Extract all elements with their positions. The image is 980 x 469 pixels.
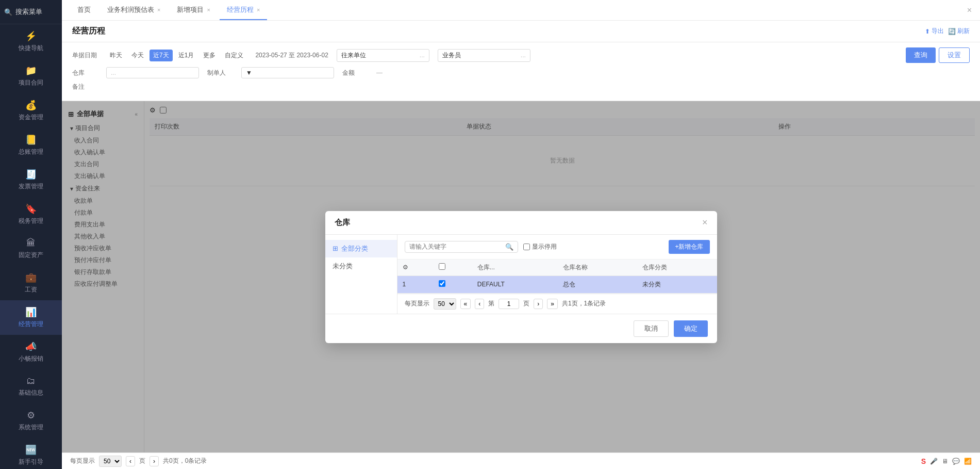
sidebar-item-biz-mgmt[interactable]: 📊 经营管理 bbox=[0, 300, 62, 335]
status-next-btn[interactable]: › bbox=[150, 456, 159, 466]
warehouse-modal: 仓库 × ⊞ 全部分类 未分类 bbox=[325, 211, 717, 343]
modal-col-category: 仓库分类 bbox=[637, 260, 717, 276]
refresh-button[interactable]: 🔄 刷新 bbox=[948, 27, 970, 36]
sidebar-item-xiaochu[interactable]: 📣 小畅报销 bbox=[0, 335, 62, 369]
sidebar-item-tax-mgmt[interactable]: 🔖 税务管理 bbox=[0, 197, 62, 232]
sidebar-item-invoice-mgmt[interactable]: 🧾 发票管理 bbox=[0, 163, 62, 197]
tab-new-project-close[interactable]: × bbox=[207, 7, 210, 13]
modal-cancel-button[interactable]: 取消 bbox=[634, 320, 669, 337]
tab-new-project[interactable]: 新增项目 × bbox=[170, 0, 217, 20]
row-code: DEFAULT bbox=[472, 276, 558, 293]
tab-profit-estimate-close[interactable]: × bbox=[157, 7, 160, 13]
tab-home[interactable]: 首页 bbox=[70, 0, 98, 20]
page-title: 经营历程 bbox=[72, 26, 105, 37]
add-warehouse-button[interactable]: +新增仓库 bbox=[669, 240, 709, 254]
table-row[interactable]: 1 DEFAULT 总仓 未分类 bbox=[397, 276, 717, 293]
sidebar-item-new-guide[interactable]: 🆕 新手引导 bbox=[0, 438, 62, 469]
modal-confirm-button[interactable]: 确定 bbox=[674, 320, 708, 337]
filter-row-1: 单据日期 昨天 今天 近7天 近1月 更多 自定义 2023-05-27 至 2… bbox=[72, 47, 970, 63]
sidebar-item-label: 资金管理 bbox=[19, 113, 43, 122]
partner-label: 往来单位 bbox=[341, 51, 366, 60]
sidebar-item-label: 固定资产 bbox=[19, 251, 43, 260]
tab-biz-history-close[interactable]: × bbox=[257, 7, 260, 13]
status-chat-icon[interactable]: 💬 bbox=[952, 458, 960, 465]
date-btn-more[interactable]: 更多 bbox=[200, 50, 219, 61]
row-category: 未分类 bbox=[637, 276, 717, 293]
date-btn-custom[interactable]: 自定义 bbox=[221, 50, 247, 61]
status-per-page-select[interactable]: 50 bbox=[99, 456, 122, 467]
modal-sidebar-uncategorized[interactable]: 未分类 bbox=[325, 257, 397, 275]
warehouse-filter[interactable]: ... bbox=[106, 67, 199, 78]
sidebar-item-fund-mgmt[interactable]: 💰 资金管理 bbox=[0, 93, 62, 128]
sidebar-item-ledger-mgmt[interactable]: 📒 总账管理 bbox=[0, 128, 62, 163]
sidebar-item-label: 项目合同 bbox=[19, 78, 43, 87]
modal-per-page-label: 每页显示 bbox=[405, 299, 429, 308]
sidebar-item-salary[interactable]: 💼 工资 bbox=[0, 266, 62, 300]
modal-page-input[interactable] bbox=[499, 299, 519, 309]
modal-footer: 取消 确定 bbox=[325, 314, 717, 343]
modal-search-input[interactable] bbox=[409, 243, 503, 250]
tab-profit-estimate[interactable]: 业务利润预估表 × bbox=[100, 0, 168, 20]
modal-body: ⊞ 全部分类 未分类 bbox=[325, 235, 717, 314]
status-monitor-icon[interactable]: 🖥 bbox=[942, 458, 948, 465]
modal-toolbar: 🔍 显示停用 +新增仓库 bbox=[397, 235, 717, 260]
export-icon: ⬆ bbox=[925, 28, 930, 35]
status-wifi-icon[interactable]: 📶 bbox=[964, 458, 972, 465]
status-per-page-label: 每页显示 bbox=[70, 457, 95, 465]
salesman-label: 业务员 bbox=[442, 51, 461, 60]
refresh-icon: 🔄 bbox=[948, 28, 956, 35]
base-info-icon: 🗂 bbox=[26, 376, 36, 386]
filter-row-3: 备注 bbox=[72, 83, 970, 91]
partner-filter[interactable]: 往来单位 ... bbox=[337, 49, 429, 62]
modal-first-page-btn[interactable]: « bbox=[460, 299, 471, 309]
sys-mgmt-icon: ⚙ bbox=[27, 410, 35, 421]
modal-close-button[interactable]: × bbox=[702, 217, 708, 228]
date-btn-today[interactable]: 今天 bbox=[128, 50, 147, 61]
modal-pagination: 每页显示 50 « ‹ 第 页 › » bbox=[397, 294, 717, 314]
sidebar-item-label: 发票管理 bbox=[19, 182, 43, 191]
sidebar-item-fixed-asset[interactable]: 🏛 固定资产 bbox=[0, 232, 62, 266]
salary-icon: 💼 bbox=[25, 272, 37, 283]
export-button[interactable]: ⬆ 导出 bbox=[925, 27, 944, 36]
sidebar-item-base-info[interactable]: 🗂 基础信息 bbox=[0, 369, 62, 403]
tab-close-all-icon[interactable]: × bbox=[967, 6, 972, 15]
tax-mgmt-icon: 🔖 bbox=[25, 203, 37, 215]
status-prev-btn[interactable]: ‹ bbox=[126, 456, 135, 466]
salesman-filter[interactable]: 业务员 ... bbox=[438, 49, 530, 62]
creator-filter[interactable]: ▼ bbox=[241, 67, 334, 78]
modal-col-checkbox bbox=[434, 260, 472, 276]
tab-biz-history[interactable]: 经营历程 × bbox=[220, 0, 267, 20]
modal-table: ⚙ 仓库... 仓库名称 仓库分类 bbox=[397, 260, 717, 294]
sidebar-item-label: 经营管理 bbox=[19, 320, 43, 329]
modal-search-box[interactable]: 🔍 bbox=[405, 241, 518, 253]
query-button[interactable]: 查询 bbox=[906, 47, 936, 63]
modal-per-page-select[interactable]: 50 bbox=[434, 298, 456, 310]
setting-button[interactable]: 设置 bbox=[939, 47, 970, 63]
sidebar-item-project-contract[interactable]: 📁 项目合同 bbox=[0, 59, 62, 93]
modal-prev-page-btn[interactable]: ‹ bbox=[475, 299, 484, 309]
main-area: 首页 业务利润预估表 × 新增项目 × 经营历程 × × 经营历程 ⬆ bbox=[62, 0, 980, 469]
tabs-bar: 首页 业务利润预估表 × 新增项目 × 经营历程 × × bbox=[62, 0, 980, 21]
modal-title: 仓库 bbox=[335, 218, 350, 228]
biz-mgmt-icon: 📊 bbox=[25, 306, 37, 318]
modal-select-all[interactable] bbox=[439, 263, 445, 270]
modal-next-page-btn[interactable]: › bbox=[534, 299, 543, 309]
show-disabled-label[interactable]: 显示停用 bbox=[523, 242, 557, 251]
date-btn-yesterday[interactable]: 昨天 bbox=[106, 50, 126, 61]
status-mic-icon[interactable]: 🎤 bbox=[930, 458, 938, 465]
date-btn-1month[interactable]: 近1月 bbox=[175, 50, 198, 61]
sidebar-item-sys-mgmt[interactable]: ⚙ 系统管理 bbox=[0, 403, 62, 438]
partner-placeholder: ... bbox=[420, 52, 425, 59]
modal-sidebar-all-category[interactable]: ⊞ 全部分类 bbox=[325, 240, 397, 257]
warehouse-filter-label: 仓库 bbox=[72, 69, 98, 77]
modal-last-page-btn[interactable]: » bbox=[547, 299, 558, 309]
sidebar-item-quick-nav[interactable]: ⚡ 快捷导航 bbox=[0, 24, 62, 59]
fixed-asset-icon: 🏛 bbox=[26, 238, 36, 249]
show-disabled-checkbox[interactable] bbox=[523, 244, 530, 250]
modal-col-name: 仓库名称 bbox=[558, 260, 637, 276]
creator-filter-label: 制单人 bbox=[207, 69, 233, 77]
sidebar-search[interactable]: 🔍 搜索菜单 bbox=[0, 0, 62, 24]
row-checkbox[interactable] bbox=[434, 276, 472, 293]
date-btn-7days[interactable]: 近7天 bbox=[150, 50, 173, 61]
quick-nav-icon: ⚡ bbox=[25, 30, 37, 42]
